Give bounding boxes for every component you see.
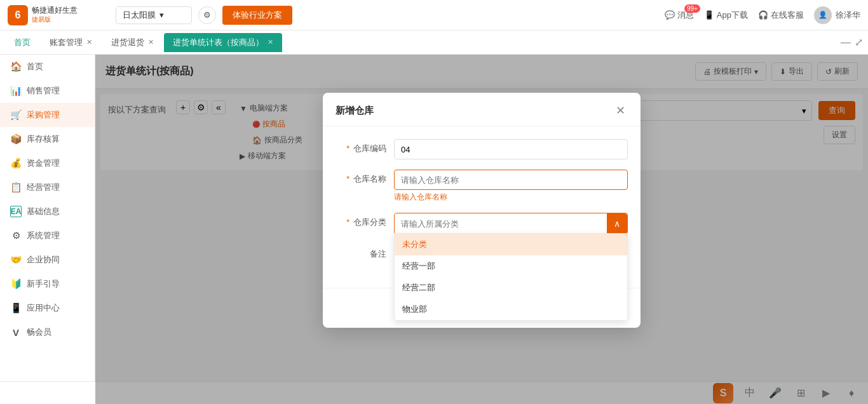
user-area[interactable]: 👤 徐泽华 bbox=[814, 6, 860, 24]
tab-home[interactable]: 首页 bbox=[5, 33, 39, 52]
tab-purchase-return[interactable]: 进货退货 ✕ bbox=[102, 33, 163, 52]
category-input[interactable] bbox=[395, 213, 607, 234]
sidebar-item-purchase[interactable]: 🛒 采购管理 bbox=[0, 103, 95, 127]
tab-purchase-return-close[interactable]: ✕ bbox=[148, 38, 154, 46]
header-right: 💬 消息 99+ 📱 App下载 🎧 在线客服 👤 徐泽华 bbox=[665, 6, 860, 24]
category-input-wrap: ∧ bbox=[394, 213, 628, 234]
message-icon: 💬 bbox=[665, 10, 675, 20]
sidebar-item-basic-info-label: 基础信息 bbox=[27, 206, 60, 217]
basic-info-icon: EA bbox=[10, 206, 22, 217]
modal-title: 新增仓库 bbox=[336, 105, 374, 117]
tab-collapse-icon[interactable]: — bbox=[841, 37, 851, 48]
sidebar-item-cooperation[interactable]: 🤝 企业协同 bbox=[0, 248, 95, 272]
notes-label: 备注 bbox=[336, 245, 386, 260]
store-selector[interactable]: 日太阳膜 ▾ bbox=[116, 6, 192, 24]
name-input[interactable] bbox=[394, 170, 628, 190]
chevron-down-icon: ▾ bbox=[159, 10, 164, 20]
online-service-label: 在线客服 bbox=[771, 10, 804, 21]
home-icon: 🏠 bbox=[10, 61, 22, 72]
dropdown-option-2[interactable]: 经营二部 bbox=[395, 277, 627, 299]
logo-text: 畅捷通好生意 bbox=[32, 6, 78, 16]
purchase-icon: 🛒 bbox=[10, 109, 22, 121]
tab-bar: 首页 账套管理 ✕ 进货退货 ✕ 进货单统计表（按商品） ✕ — ⤢ bbox=[0, 30, 868, 55]
sidebar-item-finance-label: 资金管理 bbox=[27, 158, 60, 169]
sidebar-item-vip-label: 畅会员 bbox=[27, 327, 51, 338]
avatar: 👤 bbox=[814, 6, 832, 24]
phone-icon: 📱 bbox=[704, 10, 714, 20]
logo-text-wrap: 畅捷通好生意 捷易版 bbox=[32, 6, 78, 25]
sidebar-item-inventory-label: 库存核算 bbox=[27, 133, 60, 145]
inventory-icon: 📦 bbox=[10, 133, 22, 145]
modal-header: 新增仓库 ✕ bbox=[323, 93, 641, 126]
tab-purchase-stats-label: 进货单统计表（按商品） bbox=[173, 37, 264, 48]
logo-area: 6 畅捷通好生意 捷易版 bbox=[8, 5, 103, 25]
tab-controls: — ⤢ bbox=[841, 36, 863, 48]
sidebar-item-cooperation-label: 企业协同 bbox=[27, 254, 60, 266]
category-field: ∧ 未分类 经营一部 经营二部 物业部 bbox=[394, 213, 628, 234]
app-download-label: App下载 bbox=[717, 10, 748, 21]
tab-expand-icon[interactable]: ⤢ bbox=[855, 36, 863, 48]
sidebar-item-basic-info[interactable]: EA 基础信息 bbox=[0, 199, 95, 224]
store-name: 日太阳膜 bbox=[123, 10, 156, 21]
tab-purchase-stats[interactable]: 进货单统计表（按商品） ✕ bbox=[164, 33, 282, 52]
modal-add-warehouse: 新增仓库 ✕ * 仓库编码 bbox=[323, 93, 641, 328]
code-label: * 仓库编码 bbox=[336, 139, 386, 154]
logo-sub: 捷易版 bbox=[32, 15, 78, 24]
dropdown-option-0[interactable]: 未分类 bbox=[395, 234, 627, 255]
settings-button[interactable]: ⚙ bbox=[198, 6, 216, 24]
cooperation-icon: 🤝 bbox=[10, 254, 22, 266]
operations-icon: 📋 bbox=[10, 182, 22, 193]
code-input[interactable] bbox=[394, 139, 628, 159]
headset-icon: 🎧 bbox=[758, 10, 768, 20]
modal-close-button[interactable]: ✕ bbox=[613, 103, 628, 118]
dropdown-option-3[interactable]: 物业部 bbox=[395, 299, 627, 320]
name-error-msg: 请输入仓库名称 bbox=[394, 192, 628, 203]
sidebar-item-vip[interactable]: V 畅会员 bbox=[0, 320, 95, 344]
required-star: * bbox=[346, 144, 349, 153]
finance-icon: 💰 bbox=[10, 158, 22, 169]
tab-purchase-return-label: 进货退货 bbox=[111, 37, 144, 48]
content-area: 进货单统计(按商品) 🖨 按模板打印 ▾ ⬇ 导出 ↺ 刷新 按以下方案查询 bbox=[95, 55, 868, 404]
modal-body: * 仓库编码 * 仓库名称 bbox=[323, 126, 641, 288]
sidebar-item-inventory[interactable]: 📦 库存核算 bbox=[0, 127, 95, 151]
sidebar-item-operations-label: 经营管理 bbox=[27, 182, 60, 193]
category-dropdown: 未分类 经营一部 经营二部 物业部 bbox=[394, 233, 628, 321]
sidebar-item-apps[interactable]: 📱 应用中心 bbox=[0, 296, 95, 320]
sidebar-item-home-label: 首页 bbox=[27, 61, 43, 72]
apps-icon: 📱 bbox=[10, 302, 22, 314]
messages-badge: 99+ bbox=[684, 4, 700, 13]
tab-purchase-stats-close[interactable]: ✕ bbox=[268, 38, 273, 46]
sidebar-item-system[interactable]: ⚙ 系统管理 bbox=[0, 224, 95, 248]
modal-overlay: 新增仓库 ✕ * 仓库编码 bbox=[95, 55, 868, 404]
app-download-button[interactable]: 📱 App下载 bbox=[704, 10, 748, 21]
sidebar-item-purchase-label: 采购管理 bbox=[27, 109, 60, 121]
name-label: * 仓库名称 bbox=[336, 170, 386, 185]
tab-accounts[interactable]: 账套管理 ✕ bbox=[41, 33, 101, 52]
sidebar-item-sales[interactable]: 📊 销售管理 bbox=[0, 79, 95, 103]
trial-button[interactable]: 体验行业方案 bbox=[222, 6, 292, 25]
form-row-code: * 仓库编码 bbox=[336, 139, 628, 159]
main-layout: 🏠 首页 📊 销售管理 🛒 采购管理 📦 库存核算 💰 资金管理 📋 经营管理 … bbox=[0, 55, 868, 404]
guide-icon: 🔰 bbox=[10, 278, 22, 290]
tab-accounts-close[interactable]: ✕ bbox=[86, 38, 92, 46]
sidebar-item-apps-label: 应用中心 bbox=[27, 302, 60, 314]
dropdown-option-1[interactable]: 经营一部 bbox=[395, 255, 627, 277]
system-icon: ⚙ bbox=[10, 230, 22, 241]
sidebar-item-guide-label: 新手引导 bbox=[27, 278, 60, 290]
username: 徐泽华 bbox=[836, 10, 860, 21]
sidebar: 🏠 首页 📊 销售管理 🛒 采购管理 📦 库存核算 💰 资金管理 📋 经营管理 … bbox=[0, 55, 95, 404]
sales-icon: 📊 bbox=[10, 85, 22, 97]
sidebar-item-finance[interactable]: 💰 资金管理 bbox=[0, 151, 95, 175]
sidebar-item-system-label: 系统管理 bbox=[27, 230, 60, 241]
sidebar-item-guide[interactable]: 🔰 新手引导 bbox=[0, 272, 95, 296]
form-row-category: * 仓库分类 ∧ 未分类 经营一部 经 bbox=[336, 213, 628, 234]
online-service-button[interactable]: 🎧 在线客服 bbox=[758, 10, 804, 21]
top-header: 6 畅捷通好生意 捷易版 日太阳膜 ▾ ⚙ 体验行业方案 💬 消息 99+ 📱 … bbox=[0, 0, 868, 30]
sidebar-item-operations[interactable]: 📋 经营管理 bbox=[0, 175, 95, 199]
messages-button[interactable]: 💬 消息 99+ bbox=[665, 10, 694, 21]
required-star-cat: * bbox=[346, 217, 349, 227]
sidebar-item-home[interactable]: 🏠 首页 bbox=[0, 55, 95, 79]
form-row-name: * 仓库名称 请输入仓库名称 bbox=[336, 170, 628, 203]
category-toggle-button[interactable]: ∧ bbox=[607, 213, 627, 234]
logo-icon: 6 bbox=[8, 5, 28, 25]
